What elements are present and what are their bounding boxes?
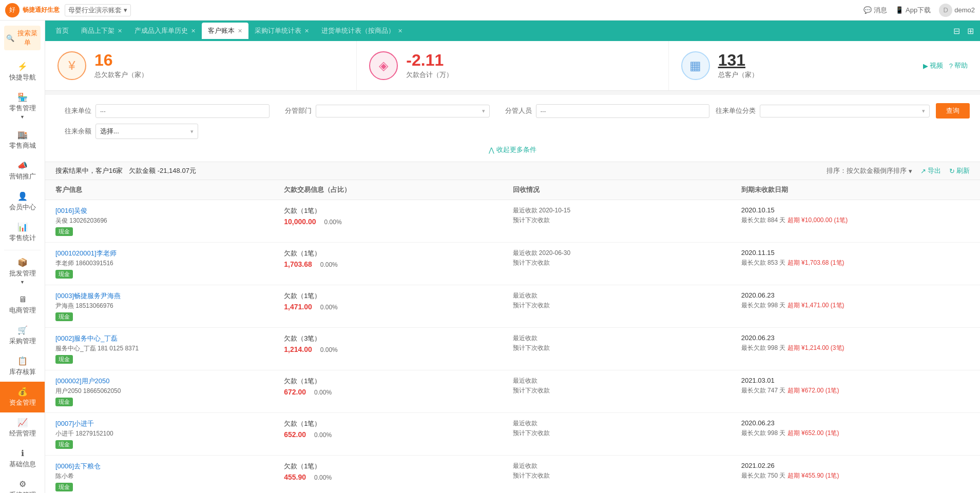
category-select[interactable]: ▾	[760, 105, 930, 117]
overdue-cell: 2021.03.01 最长欠款 747 天 超期 ¥672.00 (1笔)	[741, 377, 970, 406]
tab-product-shelf[interactable]: 商品上下架 ✕	[75, 23, 128, 39]
help-btn[interactable]: ? 帮助	[949, 61, 968, 70]
tab-close-icon[interactable]: ✕	[191, 28, 196, 34]
filter-person: 分管人员 ···	[496, 104, 710, 118]
sidebar-item-basic-info[interactable]: ℹ 基础信息	[0, 443, 45, 474]
search-menu-label: 搜索菜单	[16, 29, 39, 47]
debt-ratio: 0.00%	[320, 261, 338, 268]
debt-customers-body: 16 总欠款客户（家）	[94, 52, 148, 80]
overdue-days: 最长欠款 998 天 超期 ¥1,214.00 (3笔)	[741, 344, 970, 352]
page-content: ¥ 16 总欠款客户（家） ◈ -2.11 欠款合计（万）	[45, 41, 980, 493]
tab-purchase-order[interactable]: 采购订单统计表 ✕	[248, 23, 315, 39]
overdue-cell: 2021.02.26 最长欠款 750 天 超期 ¥455.90 (1笔)	[741, 462, 970, 491]
customer-id-link[interactable]: [0016]吴俊	[55, 206, 284, 215]
video-label: 视频	[930, 61, 943, 70]
export-btn[interactable]: ↗ 导出	[920, 166, 941, 175]
tab-incoming-stats[interactable]: 进货单统计表（按商品） ✕	[315, 23, 409, 39]
tab-collapse-btn[interactable]: ⊟	[951, 25, 962, 37]
sidebar-item-system[interactable]: ⚙ 系统管理	[0, 474, 45, 493]
table-row: [0007]小进千 小进千 18279152100 现金 欠款（1笔） 652.…	[45, 413, 980, 456]
tab-home[interactable]: 首页	[49, 23, 75, 39]
sidebar-item-label: 基础信息	[9, 460, 36, 469]
tab-bar-actions: ⊟ ⊞	[951, 25, 976, 37]
company-select[interactable]: 母婴行业演示账套 ▾	[65, 4, 131, 16]
overdue-days: 最长欠款 998 天 超期 ¥652.00 (1笔)	[741, 429, 970, 438]
status-badge: 现金	[55, 270, 73, 279]
status-badge: 现金	[55, 440, 73, 449]
customer-id-link[interactable]: [0003]畅捷服务尹海燕	[55, 291, 284, 301]
overdue-amount-link[interactable]: 超期 ¥1,703.68 (1笔)	[787, 259, 844, 266]
sidebar-item-retail-stats[interactable]: 📊 零售统计	[0, 217, 45, 248]
sidebar-item-quick-nav[interactable]: ⚡ 快捷导航	[0, 56, 45, 87]
sidebar-item-operations[interactable]: 📈 经营管理	[0, 412, 45, 443]
person-input[interactable]: ···	[536, 104, 710, 118]
customer-id-link[interactable]: [0001020001]李老师	[55, 249, 284, 258]
customer-phone: 李老师 18600391516	[55, 259, 284, 268]
results-summary-text: 搜索结果中，客户16家	[55, 167, 123, 174]
tab-close-icon[interactable]: ✕	[304, 28, 309, 34]
sort-select[interactable]: 排序：按欠款金额倒序排序 ▾	[827, 166, 912, 175]
customer-unit-input[interactable]: ···	[95, 104, 270, 118]
search-menu-btn[interactable]: 🔍 搜索菜单	[4, 26, 41, 50]
collect-last-date: 最近收款	[513, 291, 741, 300]
collect-last-date: 最近收款	[513, 462, 741, 470]
overdue-amount-link[interactable]: 超期 ¥455.90 (1笔)	[787, 472, 839, 479]
search-button[interactable]: 查询	[936, 103, 970, 119]
debt-amount-label: 欠款合计（万）	[406, 70, 453, 80]
content-area: 首页 商品上下架 ✕ 产成品入库单历史 ✕ 客户账本 ✕ 采购订单统计表 ✕	[45, 21, 980, 493]
overdue-amount-link[interactable]: 超期 ¥10,000.00 (1笔)	[787, 216, 848, 224]
sidebar-item-label: 采购管理	[9, 337, 36, 346]
video-btn[interactable]: ▶ 视频	[923, 61, 943, 70]
sidebar-divider	[4, 250, 41, 250]
tab-close-icon[interactable]: ✕	[118, 28, 122, 34]
filter-label-balance: 往来余额	[55, 127, 91, 136]
sidebar: 🔍 搜索菜单 ⚡ 快捷导航 🏪 零售管理 ▼ 🏬 零售商城	[0, 21, 45, 493]
tab-close-icon[interactable]: ✕	[398, 28, 402, 34]
retail-mgmt-icon: 🏪	[17, 92, 28, 102]
sidebar-item-retail-mall[interactable]: 🏬 零售商城	[0, 125, 45, 155]
tab-close-icon[interactable]: ✕	[238, 28, 242, 34]
sidebar-item-member[interactable]: 👤 会员中心	[0, 186, 45, 217]
sidebar-item-inventory[interactable]: 📋 库存核算	[0, 351, 45, 382]
customer-info-cell: [0007]小进千 小进千 18279152100 现金	[55, 419, 284, 449]
debt-customers-icon: ¥	[57, 51, 86, 80]
tab-customer-account[interactable]: 客户账本 ✕	[202, 23, 248, 39]
sidebar-item-batch-mgmt[interactable]: 📦 批发管理 ▼	[0, 252, 45, 290]
sidebar-item-finance[interactable]: 💰 资金管理	[0, 382, 45, 412]
customer-id-link[interactable]: [0002]服务中心_丁磊	[55, 334, 284, 343]
debt-count: 欠款（1笔）	[284, 291, 512, 301]
overdue-date: 2020.06.23	[741, 291, 970, 299]
refresh-icon: ↻	[949, 167, 955, 175]
batch-mgmt-icon: 📦	[17, 258, 28, 267]
customer-id-link[interactable]: [0006]去下粮仓	[55, 462, 284, 471]
customer-id-link[interactable]: [000002]用户2050	[55, 377, 284, 386]
sidebar-item-label: 电商管理	[9, 306, 36, 315]
collapse-btn[interactable]: ⋀ 收起更多条件	[55, 142, 970, 157]
debt-info-cell: 欠款（1笔） 10,000.00 0.00%	[284, 206, 512, 236]
member-icon: 👤	[17, 191, 28, 201]
sidebar-item-ecommerce[interactable]: 🖥 电商管理	[0, 290, 45, 320]
message-btn[interactable]: 💬 消息	[863, 6, 887, 15]
overdue-amount-link[interactable]: 超期 ¥652.00 (1笔)	[787, 429, 839, 437]
sidebar-item-marketing[interactable]: 📣 营销推广	[0, 155, 45, 186]
tab-customer-account-label: 客户账本	[208, 26, 235, 35]
table-body: [0016]吴俊 吴俊 13026203696 现金 欠款（1笔） 10,000…	[45, 200, 980, 493]
filter-row-2: 往来余额 选择... ▾	[55, 124, 970, 139]
sidebar-item-purchase-mgmt[interactable]: 🛒 采购管理	[0, 320, 45, 351]
user-menu[interactable]: D demo2	[939, 4, 975, 17]
balance-select[interactable]: 选择... ▾	[95, 124, 198, 139]
dept-select[interactable]: ▾	[316, 105, 490, 117]
customer-phone: 吴俊 13026203696	[55, 216, 284, 225]
overdue-amount-link[interactable]: 超期 ¥1,471.00 (1笔)	[787, 302, 844, 309]
overdue-amount-link[interactable]: 超期 ¥1,214.00 (3笔)	[787, 344, 844, 351]
refresh-btn[interactable]: ↻ 刷新	[949, 166, 970, 175]
app-download-btn[interactable]: 📱 App下载	[895, 6, 931, 15]
filter-customer-unit: 往来单位 ···	[55, 104, 270, 118]
tab-product-history[interactable]: 产成品入库单历史 ✕	[128, 23, 202, 39]
overdue-amount-link[interactable]: 超期 ¥672.00 (1笔)	[787, 387, 839, 394]
sidebar-item-retail-mgmt[interactable]: 🏪 零售管理 ▼	[0, 87, 45, 125]
tab-expand-btn[interactable]: ⊞	[965, 25, 976, 37]
customer-id-link[interactable]: [0007]小进千	[55, 419, 284, 428]
sort-label: 排序：按欠款金额倒序排序	[827, 166, 907, 175]
refresh-label: 刷新	[956, 166, 970, 175]
